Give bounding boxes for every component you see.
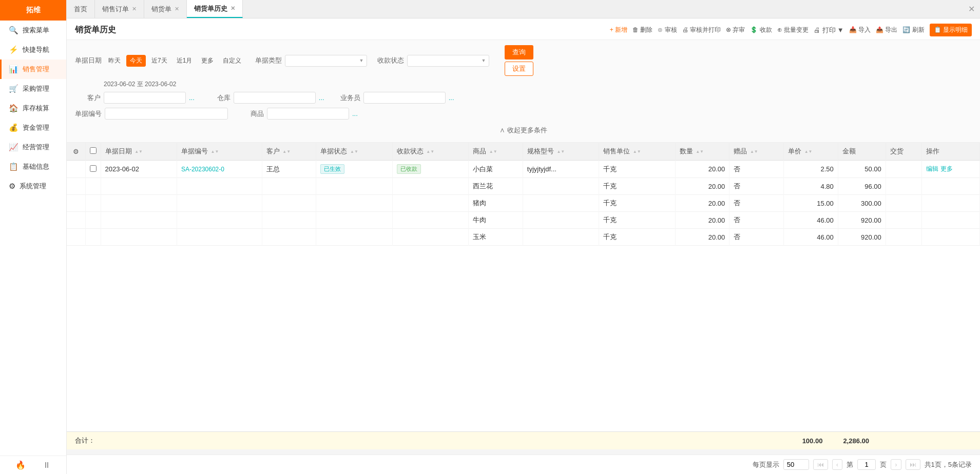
row-collection-status-0: 已收款 — [392, 161, 468, 178]
collection-status-select[interactable] — [407, 55, 489, 67]
sort-doc-status[interactable]: ▲▼ — [350, 150, 358, 154]
sidebar-fire-icon[interactable]: 🔥 — [15, 460, 26, 470]
date-btn-custom[interactable]: 自定义 — [219, 55, 245, 67]
salesperson-input[interactable] — [363, 92, 446, 104]
page-number-input[interactable] — [857, 459, 876, 470]
col-doc-number[interactable]: 单据编号 ▲▼ — [177, 143, 262, 161]
sidebar-item-inventory[interactable]: 🏠 库存核算 — [0, 98, 66, 118]
refresh-button[interactable]: 🔄 刷新 — [902, 26, 924, 34]
sort-doc-number[interactable]: ▲▼ — [211, 150, 219, 154]
col-gift[interactable]: 赠品 ▲▼ — [729, 143, 784, 161]
print-button[interactable]: 🖨 打印 ▼ — [814, 26, 844, 35]
warehouse-picker-btn[interactable]: ... — [319, 94, 324, 102]
query-button[interactable]: 查询 — [505, 45, 533, 60]
import-button[interactable]: 📥 导入 — [849, 26, 871, 34]
more-btn-0[interactable]: 更多 — [940, 165, 953, 172]
sort-unit-price[interactable]: ▲▼ — [804, 150, 813, 154]
sort-collection-status[interactable]: ▲▼ — [426, 150, 434, 154]
horizontal-scrollbar[interactable] — [67, 449, 980, 455]
page-next-btn[interactable]: › — [891, 459, 901, 470]
col-gear[interactable]: ⚙ — [67, 143, 85, 161]
col-doc-date[interactable]: 单据日期 ▲▼ — [101, 143, 177, 161]
sidebar-item-label: 采购管理 — [23, 84, 49, 93]
tab-close-sales-delivery[interactable]: ✕ — [175, 6, 179, 12]
sidebar-item-search-menu[interactable]: 🔍 搜索菜单 — [0, 21, 66, 40]
edit-btn-0[interactable]: 编辑 — [926, 165, 938, 172]
tab-close-sales-history[interactable]: ✕ — [230, 5, 235, 12]
customer-picker-btn[interactable]: ... — [189, 94, 195, 102]
col-spec[interactable]: 规格型号 ▲▼ — [523, 143, 599, 161]
per-page-label: 每页显示 — [753, 460, 779, 469]
delete-button[interactable]: 🗑 删除 — [632, 26, 652, 34]
set-button[interactable]: 设置 — [505, 62, 533, 76]
tab-sales-order[interactable]: 销售订单 ✕ — [95, 0, 144, 18]
collapse-conditions-btn[interactable]: ∧ 收起更多条件 — [75, 124, 972, 137]
sidebar-item-quick-nav[interactable]: ⚡ 快捷导航 — [0, 40, 66, 60]
col-collection-status[interactable]: 收款状态 ▲▼ — [392, 143, 468, 161]
col-product[interactable]: 商品 ▲▼ — [469, 143, 523, 161]
col-amount: 金额 — [838, 143, 886, 161]
customer-input[interactable] — [104, 92, 186, 104]
product-picker-btn[interactable]: ... — [352, 110, 358, 117]
sidebar-item-system[interactable]: ⚙ 系统管理 — [0, 176, 66, 196]
per-page-select[interactable]: 50 100 200 — [783, 459, 809, 470]
review-print-button[interactable]: 🖨 审核并打印 — [682, 26, 721, 34]
search-menu-icon: 🔍 — [9, 26, 18, 35]
sidebar-item-purchase[interactable]: 🛒 采购管理 — [0, 79, 66, 98]
sort-spec[interactable]: ▲▼ — [556, 150, 565, 154]
sidebar-item-sales[interactable]: 📊 销售管理 — [0, 60, 66, 79]
tab-close-sales-order[interactable]: ✕ — [132, 6, 137, 12]
row-quantity-0: 20.00 — [675, 161, 729, 178]
sidebar-item-operations[interactable]: 📈 经营管理 — [0, 137, 66, 157]
abandon-button[interactable]: ⊗ 弃审 — [726, 26, 745, 34]
tab-label: 销售订单 — [102, 5, 129, 14]
doc-number-input[interactable] — [105, 108, 228, 120]
col-checkbox — [85, 143, 101, 161]
tab-sales-history[interactable]: 销货单历史 ✕ — [187, 0, 243, 18]
sort-doc-date[interactable]: ▲▼ — [134, 150, 143, 154]
salesperson-picker-btn[interactable]: ... — [449, 94, 454, 102]
doc-type-select[interactable] — [285, 55, 367, 67]
col-unit-price[interactable]: 单价 ▲▼ — [784, 143, 838, 161]
pagination: 每页显示 50 100 200 ⏮ ‹ 第 页 › ⏭ 共1页，5条记录 — [67, 455, 980, 474]
tab-home[interactable]: 首页 — [67, 0, 95, 18]
batch-change-button[interactable]: ⊕ 批量变更 — [777, 26, 809, 34]
select-all-checkbox[interactable] — [90, 147, 97, 154]
product-input[interactable] — [267, 108, 349, 120]
col-unit[interactable]: 销售单位 ▲▼ — [599, 143, 675, 161]
date-btn-today[interactable]: 今天 — [126, 55, 146, 67]
row-gear-1 — [67, 178, 85, 195]
sort-gift[interactable]: ▲▼ — [750, 150, 758, 154]
add-button[interactable]: + 新增 — [610, 26, 627, 34]
review-button[interactable]: ⊙ 审核 — [658, 26, 677, 34]
page-first-btn[interactable]: ⏮ — [813, 459, 828, 470]
sort-product[interactable]: ▲▼ — [489, 150, 497, 154]
row-doc-date-4 — [101, 229, 177, 246]
row-product-2: 猪肉 — [469, 195, 523, 212]
sort-quantity[interactable]: ▲▼ — [696, 150, 704, 154]
tab-sales-delivery[interactable]: 销货单 ✕ — [144, 0, 187, 18]
page-last-btn[interactable]: ⏭ — [906, 459, 920, 470]
date-btn-7days[interactable]: 近7天 — [148, 55, 171, 67]
date-btn-yesterday[interactable]: 昨天 — [105, 55, 124, 67]
export-button[interactable]: 📤 导出 — [876, 26, 897, 34]
row-select-0[interactable] — [90, 165, 97, 172]
doc-number-link-0[interactable]: SA-20230602-0 — [181, 166, 224, 173]
collect-button[interactable]: 💲 收款 — [750, 26, 772, 34]
page-prev-btn[interactable]: ‹ — [832, 459, 842, 470]
col-quantity[interactable]: 数量 ▲▼ — [675, 143, 729, 161]
sidebar-pause-icon[interactable]: ⏸ — [43, 461, 51, 470]
warehouse-input[interactable] — [234, 92, 316, 104]
tab-close-all[interactable]: ✕ — [968, 4, 980, 14]
sidebar-item-basic-info[interactable]: 📋 基础信息 — [0, 157, 66, 176]
sort-unit[interactable]: ▲▼ — [633, 150, 641, 154]
collection-status-select-wrap — [407, 55, 489, 67]
sidebar-item-finance[interactable]: 💰 资金管理 — [0, 118, 66, 137]
date-btn-1month[interactable]: 近1月 — [173, 55, 196, 67]
date-btn-more[interactable]: 更多 — [198, 55, 217, 67]
col-doc-status[interactable]: 单据状态 ▲▼ — [316, 143, 392, 161]
filter-doc-type: 单据类型 — [255, 55, 367, 67]
sort-customer[interactable]: ▲▼ — [282, 150, 291, 154]
show-details-button[interactable]: 📋 显示明细 — [930, 24, 972, 36]
col-customer[interactable]: 客户 ▲▼ — [262, 143, 316, 161]
